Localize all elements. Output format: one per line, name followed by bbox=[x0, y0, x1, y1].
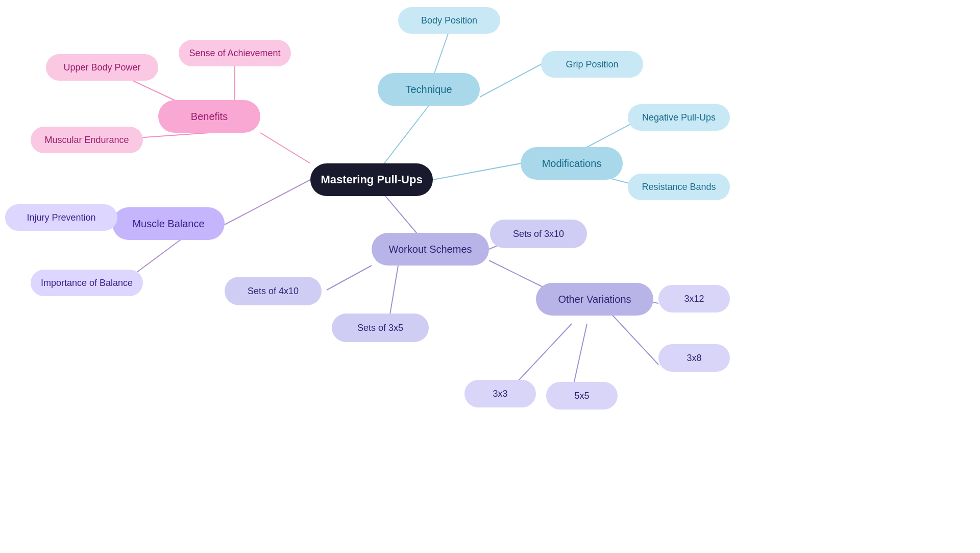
body-position-node[interactable]: Body Position bbox=[398, 7, 500, 34]
modifications-node[interactable]: Modifications bbox=[521, 147, 623, 180]
importance-balance-node[interactable]: Importance of Balance bbox=[31, 270, 143, 296]
center-node[interactable]: Mastering Pull-Ups bbox=[310, 163, 433, 196]
3x8-node[interactable]: 3x8 bbox=[658, 344, 730, 372]
svg-line-20 bbox=[510, 324, 572, 389]
sense-achievement-node[interactable]: Sense of Achievement bbox=[179, 40, 291, 66]
5x5-node[interactable]: 5x5 bbox=[546, 382, 618, 410]
svg-line-6 bbox=[260, 133, 310, 163]
svg-line-19 bbox=[610, 312, 658, 365]
workout-schemes-node[interactable]: Workout Schemes bbox=[372, 233, 489, 266]
3x3-node[interactable]: 3x3 bbox=[464, 380, 536, 407]
resistance-bands-node[interactable]: Resistance Bands bbox=[628, 174, 730, 200]
negative-pullups-node[interactable]: Negative Pull-Ups bbox=[628, 104, 730, 131]
injury-prevention-node[interactable]: Injury Prevention bbox=[5, 204, 117, 231]
benefits-node[interactable]: Benefits bbox=[158, 100, 260, 133]
technique-node[interactable]: Technique bbox=[378, 73, 480, 106]
svg-line-10 bbox=[225, 180, 310, 225]
svg-line-2 bbox=[480, 64, 541, 97]
upper-body-power-node[interactable]: Upper Body Power bbox=[46, 54, 158, 81]
muscular-endurance-node[interactable]: Muscular Endurance bbox=[31, 127, 143, 153]
other-variations-node[interactable]: Other Variations bbox=[536, 283, 653, 316]
sets-4x10-node[interactable]: Sets of 4x10 bbox=[225, 277, 322, 305]
svg-line-3 bbox=[433, 163, 521, 180]
3x12-node[interactable]: 3x12 bbox=[658, 285, 730, 312]
grip-position-node[interactable]: Grip Position bbox=[541, 51, 643, 78]
svg-line-15 bbox=[327, 266, 372, 290]
sets-3x5-node[interactable]: Sets of 3x5 bbox=[332, 314, 429, 342]
sets-3x10-node[interactable]: Sets of 3x10 bbox=[490, 220, 587, 248]
muscle-balance-node[interactable]: Muscle Balance bbox=[112, 207, 225, 240]
